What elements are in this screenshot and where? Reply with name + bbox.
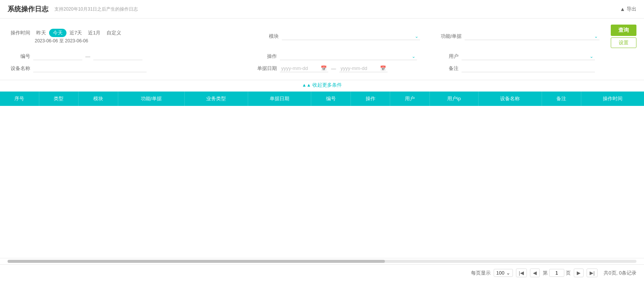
number-input-to[interactable] bbox=[93, 53, 142, 60]
page-label: 第 bbox=[543, 270, 548, 276]
page-size-select[interactable]: 100 ⌄ bbox=[494, 269, 513, 277]
operation-label: 操作 bbox=[254, 53, 277, 60]
calendar-from-icon[interactable]: 📅 bbox=[321, 65, 327, 71]
last7-btn[interactable]: 近7天 bbox=[66, 29, 85, 37]
data-table: 序号类型模块功能/单据业务类型单据日期编号操作用户用户ip设备名称备注操作时间 bbox=[0, 92, 644, 242]
voucher-date-label: 单据日期 bbox=[254, 65, 277, 72]
yesterday-btn[interactable]: 昨天 bbox=[33, 29, 49, 37]
page-size-label: 每页显示 bbox=[471, 270, 491, 276]
remark-filter-cell: 备注 bbox=[417, 65, 595, 72]
settings-button[interactable]: 设置 bbox=[611, 37, 636, 48]
collapse-label: 收起更多条件 bbox=[312, 82, 342, 88]
page-subtitle: 支持2020年10月31日之后产生的操作日志 bbox=[54, 6, 138, 12]
custom-btn[interactable]: 自定义 bbox=[103, 29, 124, 37]
scrollbar-thumb[interactable] bbox=[8, 260, 385, 263]
table-col-编号: 编号 bbox=[311, 92, 351, 106]
operation-chevron-icon: ⌄ bbox=[412, 54, 415, 59]
pagination: 每页显示 100 ⌄ |◀ ◀ 第 页 ▶ ▶| 共0页, 0条记录 bbox=[0, 264, 644, 281]
page-unit: 页 bbox=[566, 270, 571, 276]
table-header-row: 序号类型模块功能/单据业务类型单据日期编号操作用户用户ip设备名称备注操作时间 bbox=[0, 92, 644, 106]
page-last-btn[interactable]: ▶| bbox=[587, 269, 598, 277]
date-dash: — bbox=[331, 66, 336, 71]
collapse-up-icon: ▲▲ bbox=[302, 82, 311, 88]
table-col-操作时间: 操作时间 bbox=[581, 92, 644, 106]
device-label: 设备名称 bbox=[8, 65, 30, 72]
table-col-备注: 备注 bbox=[542, 92, 581, 106]
func-select[interactable]: ⌄ bbox=[465, 33, 599, 40]
table-body bbox=[0, 106, 644, 242]
query-button[interactable]: 查询 bbox=[611, 25, 636, 36]
user-select[interactable]: ⌄ bbox=[462, 53, 595, 60]
collapse-row: ▲▲ 收起更多条件 bbox=[0, 82, 644, 88]
scrollbar-track bbox=[8, 260, 636, 263]
table-col-用户: 用户 bbox=[390, 92, 429, 106]
page-title: 系统操作日志 bbox=[8, 5, 48, 14]
filter-row-2: 编号 — 操作 ⌄ 用户 bbox=[8, 53, 636, 60]
table-col-模块: 模块 bbox=[79, 92, 118, 106]
func-filter-cell: 功能/单据 ⌄ bbox=[420, 33, 599, 40]
func-label: 功能/单据 bbox=[435, 33, 462, 40]
user-filter-cell: 用户 ⌄ bbox=[417, 53, 595, 60]
number-dash: — bbox=[85, 54, 90, 59]
device-filter-cell: 设备名称 bbox=[8, 65, 247, 72]
table-col-类型: 类型 bbox=[39, 92, 78, 106]
table-col-单据日期: 单据日期 bbox=[248, 92, 311, 106]
module-select[interactable]: ⌄ bbox=[282, 33, 420, 40]
table-col-序号: 序号 bbox=[0, 92, 39, 106]
operation-filter-cell: 操作 ⌄ bbox=[247, 53, 417, 60]
page-size-value: 100 bbox=[496, 270, 505, 276]
last1m-btn[interactable]: 近1月 bbox=[85, 29, 103, 37]
export-label: 导出 bbox=[627, 6, 636, 12]
filter-wrapper: 操作时间 昨天 今天 近7天 近1月 自定义 2023-06-06 至 2023… bbox=[0, 19, 644, 92]
collapse-button[interactable]: ▲▲ 收起更多条件 bbox=[302, 82, 342, 88]
date-from-input[interactable] bbox=[281, 65, 319, 71]
table-col-用户ip: 用户ip bbox=[429, 92, 478, 106]
module-label: 模块 bbox=[256, 33, 279, 40]
time-filter-group: 昨天 今天 近7天 近1月 自定义 bbox=[33, 29, 124, 37]
page-wrapper: 系统操作日志 支持2020年10月31日之后产生的操作日志 ▲ 导出 操作时间 … bbox=[0, 0, 644, 281]
page-info: 第 页 bbox=[543, 269, 571, 277]
table-area: 序号类型模块功能/单据业务类型单据日期编号操作用户用户ip设备名称备注操作时间 bbox=[0, 92, 644, 258]
user-label: 用户 bbox=[432, 53, 459, 60]
table-col-业务类型: 业务类型 bbox=[185, 92, 248, 106]
date-range-text: 2023-06-06 至 2023-06-06 bbox=[35, 38, 88, 43]
page-prev-btn[interactable]: ◀ bbox=[530, 269, 540, 277]
filter-row-3: 设备名称 单据日期 📅 — 📅 bbox=[8, 65, 636, 72]
empty-row bbox=[0, 106, 644, 242]
number-input-from[interactable] bbox=[33, 53, 82, 60]
time-label: 操作时间 bbox=[8, 29, 30, 36]
table-header: 序号类型模块功能/单据业务类型单据日期编号操作用户用户ip设备名称备注操作时间 bbox=[0, 92, 644, 106]
total-text: 共0页, 0条记录 bbox=[604, 270, 636, 276]
table-col-设备名称: 设备名称 bbox=[478, 92, 542, 106]
page-next-btn[interactable]: ▶ bbox=[574, 269, 584, 277]
module-chevron-icon: ⌄ bbox=[415, 34, 419, 39]
calendar-to-icon[interactable]: 📅 bbox=[380, 65, 386, 71]
date-to-input[interactable] bbox=[341, 65, 378, 71]
date-to-wrap: 📅 bbox=[339, 65, 388, 72]
export-button[interactable]: ▲ 导出 bbox=[620, 6, 636, 12]
device-input[interactable] bbox=[33, 65, 147, 72]
page-number-input[interactable] bbox=[549, 269, 564, 277]
page-size-arrow: ⌄ bbox=[506, 270, 510, 276]
today-btn[interactable]: 今天 bbox=[49, 29, 66, 37]
export-icon: ▲ bbox=[620, 6, 625, 12]
filter-row-1: 操作时间 昨天 今天 近7天 近1月 自定义 2023-06-06 至 2023… bbox=[8, 25, 636, 48]
date-from-wrap: 📅 bbox=[280, 65, 328, 72]
number-filter-cell: 编号 — bbox=[8, 53, 247, 60]
filter-area: 操作时间 昨天 今天 近7天 近1月 自定义 2023-06-06 至 2023… bbox=[0, 19, 644, 80]
time-filter-cell: 操作时间 昨天 今天 近7天 近1月 自定义 2023-06-06 至 2023… bbox=[8, 29, 249, 44]
remark-input[interactable] bbox=[462, 65, 595, 72]
page-first-btn[interactable]: |◀ bbox=[516, 269, 527, 277]
header-right: ▲ 导出 bbox=[620, 6, 636, 12]
remark-label: 备注 bbox=[432, 65, 459, 72]
page-header: 系统操作日志 支持2020年10月31日之后产生的操作日志 ▲ 导出 bbox=[0, 0, 644, 19]
operation-select[interactable]: ⌄ bbox=[280, 53, 417, 60]
action-buttons: 查询 设置 bbox=[611, 25, 636, 48]
table-col-操作: 操作 bbox=[351, 92, 390, 106]
scrollbar-area bbox=[0, 258, 644, 264]
table-col-功能/单据: 功能/单据 bbox=[118, 92, 184, 106]
number-label: 编号 bbox=[8, 53, 30, 60]
user-chevron-icon: ⌄ bbox=[590, 54, 593, 59]
module-filter-cell: 模块 ⌄ bbox=[249, 33, 420, 40]
voucher-date-cell: 单据日期 📅 — 📅 bbox=[247, 65, 417, 72]
